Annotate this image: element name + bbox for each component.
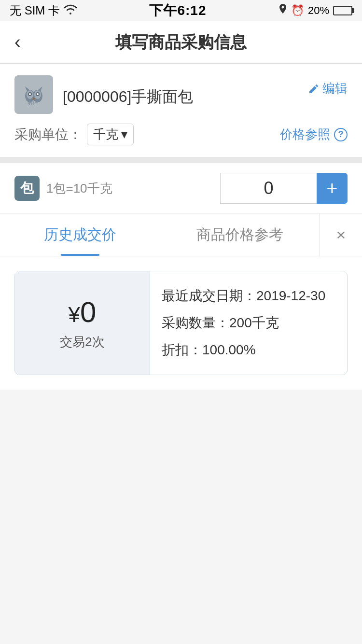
price-ref-label: 价格参照 xyxy=(280,126,330,143)
qty-value: 200千克 xyxy=(229,315,279,330)
section-divider xyxy=(0,157,362,163)
price-reference-button[interactable]: 价格参照 ? xyxy=(280,126,348,143)
svg-marker-10 xyxy=(38,86,42,91)
unit-badge: 包 xyxy=(14,176,40,201)
battery-icon xyxy=(333,6,352,15)
price-value: 0 xyxy=(80,296,96,328)
quantity-plus-button[interactable]: + xyxy=(317,173,348,204)
product-header: 数计 [0000006]手撕面包 编辑 xyxy=(14,75,348,114)
svg-text:数计: 数计 xyxy=(28,100,38,106)
svg-point-6 xyxy=(29,93,31,95)
back-button[interactable]: ‹ xyxy=(14,32,21,53)
price-right-panel: 最近成交日期：2019-12-30 采购数量：200千克 折扣：100.00% xyxy=(150,271,347,375)
svg-marker-9 xyxy=(25,86,30,91)
discount-value: 100.00% xyxy=(202,342,256,357)
unit-label: 采购单位： 千克 ▾ xyxy=(14,124,134,145)
unit-conversion: 1包=10千克 xyxy=(46,180,112,197)
quantity-input-area: 0 + xyxy=(220,173,348,204)
close-button[interactable]: × xyxy=(320,214,362,256)
edit-label: 编辑 xyxy=(322,80,348,97)
product-image: 数计 xyxy=(14,75,53,114)
discount-label: 折扣： xyxy=(162,342,202,357)
price-content: ¥0 交易2次 最近成交日期：2019-12-30 采购数量：200千克 折扣：… xyxy=(0,256,362,390)
unit-value: 千克 xyxy=(93,126,118,143)
product-card: 数计 [0000006]手撕面包 编辑 采购单位： 千克 ▾ 价格参照 ? xyxy=(0,64,362,157)
edit-button[interactable]: 编辑 xyxy=(308,75,348,97)
product-unit-row: 采购单位： 千克 ▾ 价格参照 ? xyxy=(14,124,348,145)
trade-count: 交易2次 xyxy=(60,334,104,350)
help-icon: ? xyxy=(334,128,348,141)
qty-label: 采购数量： xyxy=(162,315,229,330)
alarm-icon: ⏰ xyxy=(291,4,304,17)
svg-point-7 xyxy=(37,93,39,95)
price-card: ¥0 交易2次 最近成交日期：2019-12-30 采购数量：200千克 折扣：… xyxy=(14,271,348,375)
discount-row: 折扣：100.00% xyxy=(162,340,335,360)
status-bar: 无 SIM 卡 下午6:12 ⏰ 20% xyxy=(0,0,362,21)
unit-select-dropdown[interactable]: 千克 ▾ xyxy=(87,124,134,145)
quantity-input[interactable]: 0 xyxy=(220,173,317,204)
page-title: 填写商品采购信息 xyxy=(115,31,247,54)
tab-bar: 历史成交价 商品价格参考 × xyxy=(0,214,362,256)
price-amount: ¥0 xyxy=(69,295,97,329)
quantity-unit-info: 包 1包=10千克 xyxy=(14,176,112,201)
currency-symbol: ¥ xyxy=(69,303,80,326)
battery-pct: 20% xyxy=(308,4,329,17)
product-left: 数计 [0000006]手撕面包 xyxy=(14,75,193,114)
status-right: ⏰ 20% xyxy=(278,4,352,17)
status-left: 无 SIM 卡 xyxy=(10,3,77,18)
main-content xyxy=(0,390,362,644)
bottom-panel: 历史成交价 商品价格参考 × ¥0 交易2次 最近成交日期：2019-12-30… xyxy=(0,214,362,390)
nav-bar: ‹ 填写商品采购信息 xyxy=(0,21,362,64)
quantity-row: 包 1包=10千克 0 + xyxy=(0,163,362,214)
price-left-panel: ¥0 交易2次 xyxy=(15,271,150,375)
location-icon xyxy=(278,4,287,17)
purchase-qty-row: 采购数量：200千克 xyxy=(162,313,335,333)
tab-active-indicator xyxy=(61,254,99,256)
carrier-text: 无 SIM 卡 xyxy=(10,3,60,18)
wifi-icon xyxy=(64,4,77,17)
dropdown-arrow: ▾ xyxy=(121,127,127,142)
tab-reference-price[interactable]: 商品价格参考 xyxy=(160,214,320,256)
time-display: 下午6:12 xyxy=(149,1,206,20)
product-name: [0000006]手撕面包 xyxy=(63,82,193,108)
recent-date-value: 2019-12-30 xyxy=(256,288,325,303)
recent-date-label: 最近成交日期： xyxy=(162,288,256,303)
tab-history-price[interactable]: 历史成交价 xyxy=(0,214,160,256)
recent-date-row: 最近成交日期：2019-12-30 xyxy=(162,286,335,306)
